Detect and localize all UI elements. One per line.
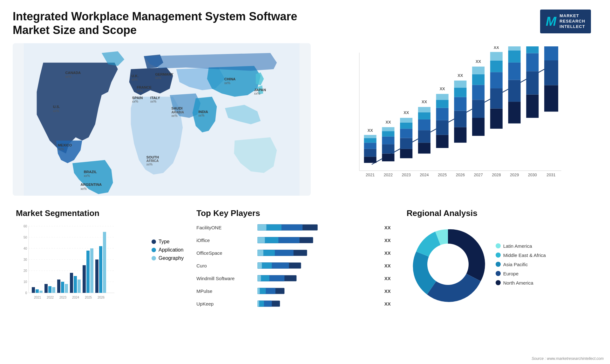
svg-rect-69 <box>526 71 539 95</box>
svg-rect-133 <box>257 263 262 269</box>
svg-rect-50 <box>472 74 485 85</box>
svg-rect-109 <box>70 273 73 293</box>
svg-rect-41 <box>454 111 466 127</box>
player-val-officeSpace: XX <box>384 250 394 256</box>
svg-text:XX: XX <box>422 99 427 104</box>
logo-letter: M <box>546 14 556 29</box>
reg-dot-mea <box>496 253 501 258</box>
donut-hole <box>427 244 469 285</box>
map-sublabel-india: xx% <box>198 114 204 117</box>
svg-rect-43 <box>454 88 466 97</box>
reg-dot-asia <box>496 262 501 267</box>
player-name-iOffice: iOffice <box>196 238 254 243</box>
bar-2024: XX 2024 <box>418 99 430 177</box>
map-sublabel-southafrica1: AFRICA <box>146 159 159 163</box>
player-row-officeSpace: OfficeSpace XX <box>196 248 394 257</box>
svg-rect-36 <box>436 100 448 108</box>
svg-text:2022: 2022 <box>47 296 54 299</box>
map-sublabel-france: xx% <box>137 90 143 93</box>
svg-rect-129 <box>257 250 263 256</box>
svg-rect-40 <box>454 127 466 143</box>
player-row-windmill: Windmill Software XX <box>196 274 394 283</box>
legend-application: Application <box>152 247 184 253</box>
svg-text:XX: XX <box>493 46 499 50</box>
player-val-windmill: XX <box>384 276 394 281</box>
svg-rect-112 <box>83 265 86 293</box>
svg-rect-106 <box>57 280 60 293</box>
svg-rect-22 <box>400 123 412 129</box>
svg-text:XX: XX <box>439 86 445 91</box>
reg-legend-asia: Asia Pacific <box>496 262 546 267</box>
svg-rect-113 <box>86 251 90 293</box>
svg-text:XX: XX <box>458 73 463 78</box>
player-bar-upkeep <box>257 299 378 308</box>
bar-2028: XX 2028 <box>490 46 502 177</box>
player-row-upkeep: UpKeep XX <box>196 299 394 308</box>
seg-chart-svg: 60 50 40 30 20 10 0 2021 2022 2023 2024 … <box>16 223 118 306</box>
svg-rect-8 <box>364 138 376 143</box>
svg-rect-114 <box>90 248 93 293</box>
header: Integrated Workplace Management System S… <box>13 10 597 37</box>
map-label-india: INDIA <box>198 110 208 114</box>
bar-2025: XX 2025 <box>436 86 448 177</box>
svg-rect-103 <box>44 284 48 293</box>
map-sublabel-us: xx% <box>53 109 59 113</box>
player-bar-mpulse <box>257 286 378 295</box>
map-sublabel-brazil: xx% <box>84 174 90 178</box>
legend-geo-label: Geography <box>159 255 184 261</box>
svg-text:30: 30 <box>24 258 27 261</box>
bar-2021: XX 2021 <box>364 128 376 177</box>
svg-text:2030: 2030 <box>528 172 537 177</box>
svg-rect-108 <box>65 284 68 293</box>
player-val-iOffice: XX <box>384 238 394 243</box>
svg-rect-70 <box>526 53 539 71</box>
svg-rect-58 <box>490 52 502 61</box>
svg-text:2029: 2029 <box>510 172 519 177</box>
map-label-france: FRANCE <box>137 85 152 89</box>
svg-rect-54 <box>490 109 502 129</box>
svg-text:2024: 2024 <box>420 172 429 177</box>
svg-rect-55 <box>490 88 502 109</box>
svg-rect-21 <box>400 129 412 138</box>
svg-rect-19 <box>400 149 412 158</box>
svg-text:XX: XX <box>385 120 391 125</box>
player-row-mpulse: MPulse XX <box>196 286 394 295</box>
logo-box: M MARKET RESEARCH INTELLECT <box>540 10 591 33</box>
svg-rect-48 <box>472 100 485 118</box>
svg-text:60: 60 <box>24 225 27 228</box>
svg-text:40: 40 <box>24 247 27 250</box>
player-bar-curo <box>257 261 378 270</box>
reg-label-north-america: North America <box>503 280 533 286</box>
svg-rect-110 <box>74 276 77 293</box>
player-name-windmill: Windmill Software <box>196 276 254 281</box>
svg-rect-101 <box>36 289 39 293</box>
legend-geo-dot <box>152 256 156 260</box>
map-sublabel-saudi1: ARABIA <box>171 111 184 114</box>
svg-rect-111 <box>78 280 81 293</box>
svg-rect-63 <box>508 63 520 80</box>
svg-rect-105 <box>52 287 55 293</box>
svg-rect-20 <box>400 138 412 149</box>
map-sublabel-china: xx% <box>224 81 230 85</box>
svg-text:2021: 2021 <box>366 172 375 177</box>
map-label-us: U.S. <box>53 105 60 109</box>
player-val-upkeep: XX <box>384 301 394 307</box>
svg-text:2028: 2028 <box>492 172 501 177</box>
reg-legend-north-america: North America <box>496 280 546 286</box>
reg-dot-latin <box>496 243 501 248</box>
svg-text:2026: 2026 <box>98 296 105 299</box>
svg-rect-145 <box>257 301 259 307</box>
map-sublabel-uk: xx% <box>132 78 138 82</box>
world-map-svg: CANADA xx% U.S. xx% MEXICO xx% BRAZIL xx… <box>13 43 311 196</box>
svg-text:0: 0 <box>25 291 27 295</box>
svg-rect-6 <box>364 149 376 157</box>
bottom-section: Market Segmentation <box>13 205 597 342</box>
map-sublabel-saudi2: xx% <box>171 114 177 118</box>
player-name-mpulse: MPulse <box>196 288 254 294</box>
svg-rect-76 <box>544 46 558 60</box>
bar-2023: XX 2023 <box>400 111 412 178</box>
svg-rect-102 <box>39 291 43 293</box>
svg-text:XX: XX <box>476 59 481 64</box>
seg-area: Market Segmentation <box>13 205 187 342</box>
svg-rect-47 <box>472 118 485 136</box>
